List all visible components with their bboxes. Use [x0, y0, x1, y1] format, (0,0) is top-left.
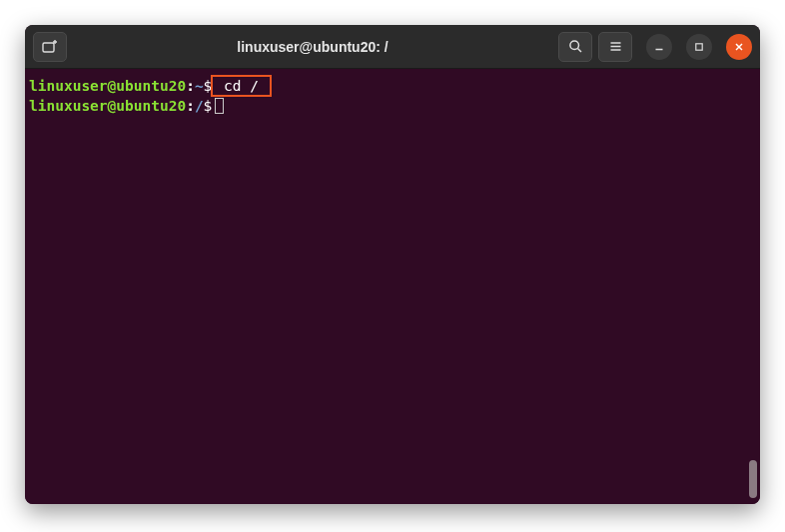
svg-line-4: [577, 49, 581, 53]
path: ~: [195, 78, 204, 94]
scrollbar[interactable]: [749, 460, 757, 498]
hamburger-icon: [608, 39, 623, 54]
prompt-line-2: linuxuser@ubuntu20:/$: [29, 97, 756, 115]
svg-rect-9: [696, 43, 702, 49]
titlebar: linuxuser@ubuntu20: /: [25, 25, 760, 69]
command-highlight: cd /: [211, 75, 271, 97]
new-tab-button[interactable]: [33, 32, 67, 62]
terminal-body[interactable]: linuxuser@ubuntu20:~$ cd / linuxuser@ubu…: [25, 69, 760, 504]
maximize-button[interactable]: [686, 34, 712, 60]
colon: :: [186, 98, 195, 114]
command-text: cd /: [215, 78, 259, 94]
minimize-icon: [654, 42, 664, 52]
path: /: [195, 98, 204, 114]
prompt-line-1: linuxuser@ubuntu20:~$ cd /: [29, 75, 756, 97]
titlebar-right: [558, 32, 752, 62]
colon: :: [186, 78, 195, 94]
terminal-window: linuxuser@ubuntu20: /: [25, 25, 760, 504]
maximize-icon: [694, 42, 704, 52]
window-title: linuxuser@ubuntu20: /: [67, 39, 558, 55]
user-host: linuxuser@ubuntu20: [29, 98, 186, 114]
search-icon: [568, 39, 583, 54]
user-host: linuxuser@ubuntu20: [29, 78, 186, 94]
new-tab-icon: [41, 38, 59, 56]
search-button[interactable]: [558, 32, 592, 62]
minimize-button[interactable]: [646, 34, 672, 60]
cursor: [215, 98, 224, 114]
close-button[interactable]: [726, 34, 752, 60]
close-icon: [734, 42, 744, 52]
dollar: $: [204, 98, 213, 114]
svg-rect-0: [43, 43, 54, 52]
titlebar-left: [33, 32, 67, 62]
svg-point-3: [569, 41, 578, 50]
menu-button[interactable]: [598, 32, 632, 62]
